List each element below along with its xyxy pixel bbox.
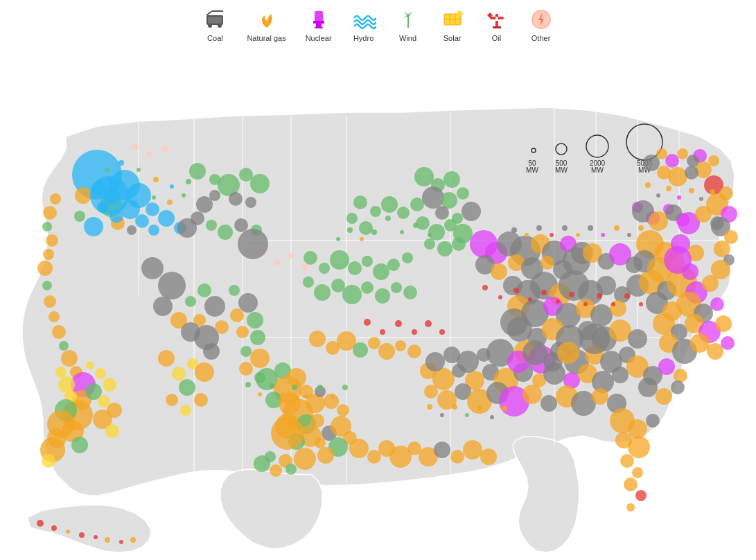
svg-point-77 xyxy=(52,325,66,339)
svg-point-75 xyxy=(44,295,56,308)
svg-point-166 xyxy=(229,192,243,206)
nuclear-label: Nuclear xyxy=(306,34,332,42)
svg-text:MW: MW xyxy=(526,166,538,174)
svg-point-337 xyxy=(643,155,660,171)
svg-point-161 xyxy=(189,163,206,180)
svg-point-390 xyxy=(317,385,323,390)
svg-point-199 xyxy=(407,344,421,358)
svg-point-120 xyxy=(180,405,191,416)
legend-item-natural-gas: Natural gas xyxy=(247,7,285,42)
svg-point-70 xyxy=(42,222,52,231)
svg-point-452 xyxy=(480,448,497,465)
svg-point-185 xyxy=(314,284,331,301)
svg-point-401 xyxy=(498,295,502,299)
svg-point-349 xyxy=(118,160,124,166)
svg-point-360 xyxy=(413,222,419,228)
svg-point-180 xyxy=(362,256,373,267)
svg-point-395 xyxy=(666,186,671,191)
svg-point-315 xyxy=(715,315,732,332)
svg-point-434 xyxy=(161,146,168,152)
svg-point-197 xyxy=(378,343,395,360)
oil-label: Oil xyxy=(492,34,501,42)
svg-rect-7 xyxy=(313,21,324,24)
svg-point-217 xyxy=(424,238,435,250)
svg-point-130 xyxy=(239,362,253,376)
svg-point-62 xyxy=(74,211,85,222)
svg-point-356 xyxy=(167,200,173,205)
svg-point-128 xyxy=(240,346,252,357)
svg-point-300 xyxy=(626,503,635,511)
svg-point-473 xyxy=(395,320,402,327)
svg-point-363 xyxy=(360,237,364,241)
svg-point-371 xyxy=(576,233,580,237)
svg-point-96 xyxy=(103,378,116,392)
svg-point-449 xyxy=(434,441,450,458)
svg-point-214 xyxy=(428,224,445,240)
svg-point-475 xyxy=(425,320,432,327)
map-legend: Coal Natural gas Nuclear xyxy=(0,0,756,46)
legend-item-nuclear: Nuclear xyxy=(306,7,332,42)
svg-point-471 xyxy=(364,319,371,326)
svg-point-187 xyxy=(342,285,362,304)
svg-point-205 xyxy=(457,187,469,200)
svg-point-106 xyxy=(185,296,196,307)
svg-point-151 xyxy=(317,447,334,464)
svg-point-402 xyxy=(513,288,519,293)
svg-point-279 xyxy=(424,385,438,399)
svg-point-285 xyxy=(522,385,542,404)
svg-point-195 xyxy=(353,342,368,358)
svg-point-373 xyxy=(601,233,605,237)
svg-point-450 xyxy=(450,450,464,464)
svg-line-19 xyxy=(461,11,462,12)
svg-point-441 xyxy=(457,351,479,373)
svg-point-335 xyxy=(665,154,679,168)
svg-point-167 xyxy=(245,197,256,208)
svg-point-436 xyxy=(274,259,281,266)
svg-point-183 xyxy=(402,252,413,263)
svg-point-298 xyxy=(624,478,638,491)
svg-point-370 xyxy=(562,225,568,231)
svg-point-419 xyxy=(130,537,136,543)
svg-rect-6 xyxy=(315,11,323,22)
svg-point-191 xyxy=(403,286,417,299)
svg-point-296 xyxy=(620,454,634,468)
svg-point-122 xyxy=(229,285,240,296)
svg-point-364 xyxy=(347,227,353,233)
svg-point-173 xyxy=(218,225,233,240)
svg-point-411 xyxy=(639,302,643,306)
svg-point-495 xyxy=(579,324,610,354)
svg-point-399 xyxy=(710,189,715,195)
svg-point-176 xyxy=(304,251,317,265)
svg-point-489 xyxy=(135,214,149,228)
hydro-icon xyxy=(351,7,376,32)
svg-point-365 xyxy=(336,237,340,241)
svg-point-491 xyxy=(238,229,268,259)
svg-point-79 xyxy=(61,350,78,367)
svg-point-61 xyxy=(146,202,159,216)
svg-point-350 xyxy=(137,168,141,172)
svg-point-493 xyxy=(664,246,692,274)
legend-item-other: Other xyxy=(529,7,554,42)
svg-point-451 xyxy=(463,440,482,460)
svg-point-394 xyxy=(656,193,660,198)
svg-point-213 xyxy=(416,216,430,230)
svg-point-293 xyxy=(646,414,660,428)
svg-point-126 xyxy=(236,326,249,338)
svg-point-172 xyxy=(206,220,217,231)
svg-point-400 xyxy=(482,285,488,290)
svg-point-381 xyxy=(477,405,482,411)
svg-point-481 xyxy=(410,198,424,211)
svg-point-299 xyxy=(635,490,647,501)
svg-point-25 xyxy=(495,17,498,19)
legend-item-coal: Coal xyxy=(202,7,227,42)
svg-point-112 xyxy=(215,320,229,334)
svg-point-357 xyxy=(182,193,186,198)
svg-point-319 xyxy=(707,343,723,360)
svg-point-387 xyxy=(281,392,285,396)
svg-point-228 xyxy=(540,256,554,270)
svg-point-178 xyxy=(330,250,349,270)
svg-point-117 xyxy=(195,362,214,382)
svg-point-418 xyxy=(119,540,123,544)
svg-point-198 xyxy=(395,340,406,351)
svg-point-108 xyxy=(204,296,225,317)
